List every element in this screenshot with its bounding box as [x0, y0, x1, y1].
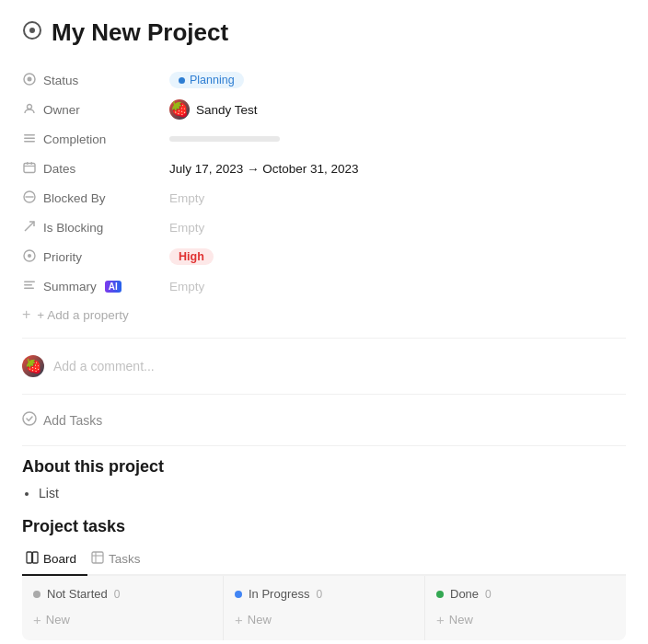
svg-line-13 [25, 222, 34, 231]
project-tasks-heading: Project tasks [22, 517, 626, 536]
completion-bar [169, 136, 280, 142]
property-dates[interactable]: Dates July 17, 2023 → October 31, 2023 [22, 154, 626, 183]
done-count: 0 [485, 588, 492, 601]
comment-row[interactable]: 🍓 Add a comment... [22, 348, 626, 385]
project-tasks-section: Project tasks Board Tasks [22, 517, 626, 640]
property-status[interactable]: Status Planning [22, 65, 626, 95]
svg-rect-22 [92, 552, 103, 563]
kanban-col-not-started: Not Started 0 + New [22, 576, 224, 640]
property-priority-value[interactable]: High [169, 248, 626, 265]
priority-badge[interactable]: High [169, 248, 214, 265]
add-icon-in-progress: + [235, 612, 243, 627]
kanban-board: Not Started 0 + New In Progress 0 + New [22, 576, 626, 640]
property-summary[interactable]: Summary AI Empty [22, 271, 626, 301]
status-badge[interactable]: Planning [169, 72, 244, 88]
property-status-value[interactable]: Planning [169, 72, 626, 88]
property-completion-label: Completion [22, 132, 169, 147]
priority-icon [22, 249, 37, 265]
property-completion[interactable]: Completion [22, 124, 626, 154]
ai-badge: AI [105, 281, 122, 293]
page-container: My New Project Status Planning Owner [0, 0, 648, 644]
property-owner[interactable]: Owner 🍓 Sandy Test [22, 95, 626, 124]
in-progress-dot [235, 591, 242, 598]
kanban-col-header-done: Done 0 [436, 587, 615, 601]
tab-tasks[interactable]: Tasks [87, 546, 152, 576]
add-icon-done: + [436, 612, 445, 627]
add-new-done[interactable]: + New [436, 610, 615, 629]
about-list: List [39, 484, 626, 502]
add-property-label: + Add a property [37, 308, 128, 322]
add-new-not-started[interactable]: + New [33, 610, 212, 629]
blocked-by-icon [22, 190, 37, 206]
svg-rect-17 [24, 284, 32, 286]
tab-board-label: Board [43, 552, 76, 566]
not-started-count: 0 [114, 588, 121, 601]
status-icon [22, 73, 37, 88]
kanban-col-header-not-started: Not Started 0 [33, 587, 212, 601]
kanban-col-header-in-progress: In Progress 0 [235, 587, 413, 601]
property-blocked-by-label: Blocked By [22, 190, 169, 206]
tab-tasks-label: Tasks [109, 552, 141, 566]
property-owner-value[interactable]: 🍓 Sandy Test [169, 99, 626, 120]
owner-display: 🍓 Sandy Test [169, 99, 626, 120]
property-is-blocking[interactable]: Is Blocking Empty [22, 213, 626, 242]
divider-2 [22, 394, 626, 395]
property-completion-value[interactable] [169, 136, 626, 142]
svg-rect-7 [24, 141, 35, 143]
new-label-in-progress: New [248, 613, 272, 627]
new-label-done: New [449, 613, 473, 627]
property-blocked-by[interactable]: Blocked By Empty [22, 183, 626, 213]
not-started-dot [33, 591, 40, 598]
tasks-tab-icon [91, 551, 104, 567]
svg-rect-10 [31, 162, 33, 165]
completion-icon [22, 132, 37, 147]
svg-point-19 [23, 412, 36, 425]
project-icon [22, 20, 42, 45]
comment-avatar: 🍓 [22, 355, 44, 377]
property-blocked-by-value[interactable]: Empty [169, 191, 626, 205]
board-tab-icon [26, 551, 39, 567]
dates-icon [22, 161, 37, 177]
svg-point-15 [28, 254, 31, 258]
property-dates-label: Dates [22, 161, 169, 177]
kanban-col-done: Done 0 + New [425, 576, 626, 640]
property-summary-label: Summary AI [22, 279, 169, 294]
property-dates-value[interactable]: July 17, 2023 → October 31, 2023 [169, 162, 626, 176]
svg-rect-6 [24, 137, 35, 139]
property-summary-value[interactable]: Empty [169, 280, 626, 293]
property-priority[interactable]: Priority High [22, 242, 626, 271]
property-priority-label: Priority [22, 249, 169, 265]
done-label: Done [450, 587, 479, 601]
property-owner-label: Owner [22, 102, 169, 118]
about-section: About this project List [22, 457, 626, 502]
about-heading: About this project [22, 457, 626, 477]
add-tasks-icon [22, 411, 37, 429]
new-label-not-started: New [46, 613, 70, 627]
add-tasks-button[interactable]: Add Tasks [22, 404, 626, 436]
svg-rect-16 [24, 281, 35, 282]
svg-rect-20 [27, 552, 32, 563]
add-tasks-label: Add Tasks [43, 413, 102, 428]
svg-rect-9 [27, 162, 29, 165]
property-is-blocking-label: Is Blocking [22, 220, 169, 236]
properties-section: Status Planning Owner 🍓 Sandy Test [22, 65, 626, 328]
list-item: List [39, 484, 626, 502]
not-started-label: Not Started [47, 587, 108, 601]
add-new-in-progress[interactable]: + New [235, 610, 413, 629]
avatar: 🍓 [169, 99, 190, 120]
done-dot [436, 591, 444, 598]
divider-1 [22, 338, 626, 339]
owner-icon [22, 102, 37, 118]
property-is-blocking-value[interactable]: Empty [169, 221, 626, 235]
comment-placeholder[interactable]: Add a comment... [53, 359, 155, 374]
kanban-col-in-progress: In Progress 0 + New [224, 576, 425, 640]
tab-board[interactable]: Board [22, 546, 87, 576]
svg-rect-18 [24, 287, 34, 289]
svg-rect-5 [24, 134, 35, 136]
add-icon-not-started: + [33, 612, 41, 627]
add-property-button[interactable]: + + Add a property [22, 301, 626, 328]
is-blocking-icon [22, 220, 37, 236]
svg-point-1 [29, 28, 35, 33]
summary-icon [22, 279, 37, 294]
svg-rect-21 [33, 552, 39, 563]
